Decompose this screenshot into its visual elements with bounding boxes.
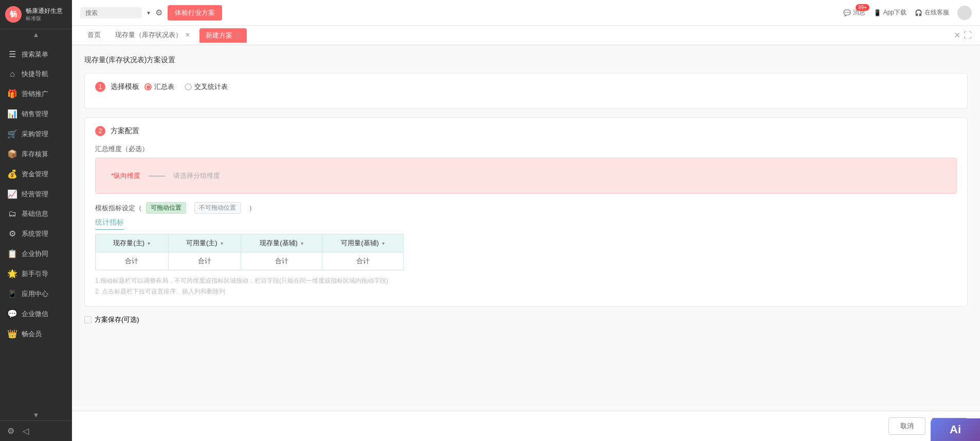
main-area: ▾ ⚙ 体验行业方案 💬 消息 99+ 📱 App下载 🎧 在线客服 首页 xyxy=(72,0,980,441)
topbar: ▾ ⚙ 体验行业方案 💬 消息 99+ 📱 App下载 🎧 在线客服 xyxy=(72,0,980,26)
sidebar-label-system: 系统管理 xyxy=(22,229,48,238)
app-download-item[interactable]: 📱 App下载 xyxy=(874,8,906,17)
step1-header: 1 选择模板 汇总表 交叉统计表 xyxy=(95,82,957,92)
radio-summary[interactable]: 汇总表 xyxy=(144,82,174,91)
trial-button[interactable]: 体验行业方案 xyxy=(168,5,222,21)
sidebar-item-inventory[interactable]: 📦库存核算 xyxy=(0,144,72,164)
sidebar-item-operations[interactable]: 📈经营管理 xyxy=(0,184,72,204)
sidebar-item-new-guide[interactable]: 🌟新手引导 xyxy=(0,264,72,284)
topbar-left: ▾ ⚙ 体验行业方案 xyxy=(80,5,222,21)
save-option-row: 方案保存(可选) xyxy=(84,315,968,324)
online-service-item[interactable]: 🎧 在线客服 xyxy=(915,8,949,17)
sidebar-logo: 畅 xyxy=(5,6,22,23)
stats-table: 现存量(主)▾可用量(主)▾现存量(基辅)▾可用量(基辅)▾合计合计合计合计 xyxy=(95,234,404,270)
radio-summary-circle xyxy=(144,83,152,90)
chevron-current-qty-main: ▾ xyxy=(148,241,150,246)
radio-cross-circle xyxy=(185,83,192,90)
sidebar: 畅 畅康通好生意 标准版 ▲ ☰搜索菜单⌂快捷导航🎁营销推广📊销售管理🛒采购管理… xyxy=(0,0,72,441)
sidebar-item-enterprise-wechat[interactable]: 💬企业微信 xyxy=(0,304,72,324)
topbar-dropdown[interactable]: ▾ xyxy=(147,9,150,16)
stats-title: 统计指标 xyxy=(95,218,124,230)
tabbar: 首页 现存量（库存状况表） ✕ 新建方案 ✕ ✕ ⛶ xyxy=(72,26,980,45)
step2-header: 2 方案配置 xyxy=(95,126,957,136)
col-current-qty-aux[interactable]: 现存量(基辅)▾ xyxy=(241,234,322,252)
dimension-required: *纵向维度 xyxy=(111,171,140,180)
dimension-placeholder: 请选择分组维度 xyxy=(173,171,220,180)
sidebar-footer: ⚙ ◁ xyxy=(0,420,72,441)
audio-icon[interactable]: ◁ xyxy=(23,426,29,436)
sidebar-label-basic-info: 基础信息 xyxy=(22,209,48,218)
operations-icon: 📈 xyxy=(7,189,17,199)
col-available-qty-main[interactable]: 可用量(主)▾ xyxy=(168,234,241,252)
col-current-qty-main[interactable]: 现存量(主)▾ xyxy=(96,234,169,252)
sidebar-item-search-menu[interactable]: ☰搜索菜单 xyxy=(0,44,72,64)
sidebar-item-finance[interactable]: 💰资金管理 xyxy=(0,164,72,184)
template-radio-group: 汇总表 交叉统计表 xyxy=(144,82,228,91)
system-icon: ⚙ xyxy=(7,229,17,238)
chevron-available-qty-aux: ▾ xyxy=(382,241,385,246)
sidebar-label-operations: 经营管理 xyxy=(22,190,48,199)
ai-badge[interactable]: Ai xyxy=(931,418,980,441)
hints-section: 1.拖动标题栏可以调整布局，不可跨维度或指标区域拖动；栏目字段(只能在同一维度或… xyxy=(95,277,957,296)
sidebar-scroll-down[interactable]: ▼ xyxy=(0,410,72,420)
indicators-label: 模板指标设定（ 可拖动位置 不可拖动位置 ） xyxy=(95,202,957,214)
app-icon: 📱 xyxy=(874,9,881,16)
search-input[interactable] xyxy=(80,7,142,19)
dimension-box[interactable]: *纵向维度 —— 请选择分组维度 xyxy=(95,158,957,194)
marketing-icon: 🎁 xyxy=(7,89,17,99)
sidebar-label-finance: 资金管理 xyxy=(22,170,48,179)
user-avatar[interactable] xyxy=(957,6,972,20)
config-section: 汇总维度（必选） *纵向维度 —— 请选择分组维度 模板指标设定（ 可拖动位置 … xyxy=(95,144,957,296)
basic-info-icon: 🗂 xyxy=(7,209,17,218)
panel-expand-icon[interactable]: ⛶ xyxy=(964,31,972,40)
dimension-divider: —— xyxy=(149,171,165,180)
fixed-tag: 不可拖动位置 xyxy=(194,202,241,214)
topbar-gear-icon[interactable]: ⚙ xyxy=(155,8,162,17)
sidebar-scroll-up[interactable]: ▲ xyxy=(0,29,72,40)
procurement-icon: 🛒 xyxy=(7,129,17,139)
message-item[interactable]: 💬 消息 99+ xyxy=(843,8,865,17)
sidebar-label-inventory: 库存核算 xyxy=(22,150,48,159)
sidebar-label-sales: 销售管理 xyxy=(22,109,48,119)
cell-available-qty-aux: 合计 xyxy=(322,252,404,270)
step1-title: 选择模板 xyxy=(111,82,139,91)
tab-new-plan-close[interactable]: ✕ xyxy=(235,32,241,39)
col-available-qty-aux[interactable]: 可用量(基辅)▾ xyxy=(322,234,404,252)
inventory-icon: 📦 xyxy=(7,149,17,159)
message-icon: 💬 xyxy=(843,9,851,16)
sidebar-item-membership[interactable]: 👑畅会员 xyxy=(0,324,72,344)
sidebar-item-procurement[interactable]: 🛒采购管理 xyxy=(0,124,72,144)
tab-inventory-status[interactable]: 现存量（库存状况表） ✕ xyxy=(108,26,197,45)
content-area: 现存量(库存状况表)方案设置 1 选择模板 汇总表 交叉统计表 xyxy=(72,45,980,411)
save-option-label: 方案保存(可选) xyxy=(95,315,139,324)
sidebar-nav: ☰搜索菜单⌂快捷导航🎁营销推广📊销售管理🛒采购管理📦库存核算💰资金管理📈经营管理… xyxy=(0,40,72,410)
sidebar-item-quick-nav[interactable]: ⌂快捷导航 xyxy=(0,64,72,84)
sidebar-item-app-center[interactable]: 📱应用中心 xyxy=(0,284,72,304)
cell-available-qty-main: 合计 xyxy=(168,252,241,270)
tab-home[interactable]: 首页 xyxy=(80,26,108,45)
page-title: 现存量(库存状况表)方案设置 xyxy=(84,56,968,65)
tab-inventory-close[interactable]: ✕ xyxy=(185,31,190,39)
app-center-icon: 📱 xyxy=(7,289,17,299)
sidebar-item-system[interactable]: ⚙系统管理 xyxy=(0,224,72,244)
radio-cross[interactable]: 交叉统计表 xyxy=(185,82,228,91)
hint-0: 1.拖动标题栏可以调整布局，不可跨维度或指标区域拖动；栏目字段(只能在同一维度或… xyxy=(95,277,957,285)
cancel-button[interactable]: 取消 xyxy=(888,417,925,435)
sidebar-label-marketing: 营销推广 xyxy=(22,89,48,99)
panel-close-icon[interactable]: ✕ xyxy=(954,30,960,40)
membership-icon: 👑 xyxy=(7,329,17,339)
tab-new-plan[interactable]: 新建方案 ✕ xyxy=(199,28,247,43)
sidebar-item-sales[interactable]: 📊销售管理 xyxy=(0,104,72,124)
sidebar-item-basic-info[interactable]: 🗂基础信息 xyxy=(0,204,72,224)
sidebar-label-enterprise: 企业协同 xyxy=(22,249,48,259)
new-guide-icon: 🌟 xyxy=(7,269,17,279)
cell-current-qty-aux: 合计 xyxy=(241,252,322,270)
save-checkbox[interactable] xyxy=(84,316,92,323)
settings-icon[interactable]: ⚙ xyxy=(7,426,14,436)
sidebar-item-enterprise[interactable]: 📋企业协同 xyxy=(0,244,72,264)
step2-section: 2 方案配置 汇总维度（必选） *纵向维度 —— 请选择分组维度 模板指标设定（… xyxy=(84,117,968,307)
sidebar-label-app-center: 应用中心 xyxy=(22,289,48,299)
sidebar-item-marketing[interactable]: 🎁营销推广 xyxy=(0,84,72,104)
hint-1: 2. 点击标题栏下拉可设置排序、插入列和删除列 xyxy=(95,287,957,296)
finance-icon: 💰 xyxy=(7,169,17,179)
